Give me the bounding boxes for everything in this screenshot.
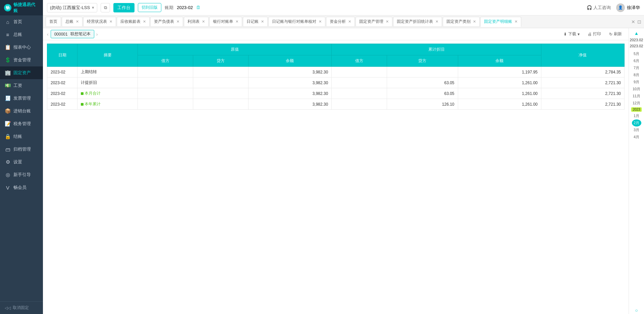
user-menu[interactable]: 👤 徐泽华 — [616, 3, 640, 12]
sidebar-item-salary[interactable]: 💵 工资 — [0, 79, 43, 92]
cell-summary: 计提折旧 — [77, 77, 138, 88]
col-orig-credit: 贷方 — [193, 55, 248, 67]
cell-orig-debit — [138, 88, 193, 99]
tab-label: 日记账 — [247, 19, 259, 24]
sidebar-item-capital[interactable]: 💲 资金管理 — [0, 54, 43, 66]
scroll-down-button[interactable]: ○ — [634, 307, 639, 314]
sidebar-item-ledger[interactable]: ≡ 总账 — [0, 28, 43, 41]
cell-dep-debit — [332, 77, 387, 88]
tab-close-icon[interactable]: ✕ — [348, 19, 351, 24]
cell-dep-debit — [332, 67, 387, 77]
month-4[interactable]: 4月 — [629, 134, 644, 141]
month-7[interactable]: 7月 — [629, 64, 644, 71]
next-arrow-icon[interactable]: › — [96, 32, 98, 37]
print-button[interactable]: 🖨 打印 — [585, 30, 604, 38]
tab-bank[interactable]: 银行对账单 ✕ — [209, 17, 242, 27]
month-11[interactable]: 11月 — [629, 93, 644, 100]
print-icon: 🖨 — [588, 32, 592, 37]
copy-icon: ⧉ — [104, 5, 107, 10]
cell-dep-debit — [332, 99, 387, 110]
maximize-icon[interactable]: ⊡ — [637, 19, 641, 24]
cell-net-value: 2,784.35 — [541, 67, 624, 77]
workbench-button[interactable]: 工作台 — [113, 3, 135, 12]
help-label: 人工咨询 — [593, 5, 611, 11]
month-3[interactable]: 3月 — [629, 126, 644, 134]
sidebar-item-tax[interactable]: 📝 税务管理 — [0, 117, 43, 130]
tab-journal-bank[interactable]: 日记账与银行对账单核对 ✕ — [268, 17, 325, 27]
tab-close-icon[interactable]: ✕ — [386, 19, 389, 24]
tab-ops[interactable]: 经营状况表 ✕ — [83, 17, 116, 27]
sidebar-item-fixed-assets[interactable]: 🏢 固定资产 — [0, 66, 43, 79]
year-label-2023-02-dup[interactable]: 2023.02 — [629, 43, 644, 49]
cell-orig-balance: 3,982.30 — [248, 67, 331, 77]
col-orig-value: 原值 — [138, 44, 332, 55]
calendar-icon[interactable]: 🗓 — [196, 5, 201, 10]
close-all-icon[interactable]: ✕ — [631, 19, 635, 24]
month-5[interactable]: 5月 — [629, 50, 644, 57]
asset-tag[interactable]: 000001 联想笔记本 — [51, 30, 94, 38]
tab-close-icon[interactable]: ✕ — [473, 19, 476, 24]
sidebar-item-label: 结账 — [13, 134, 22, 140]
period-label-text: 账期 — [165, 5, 173, 11]
cell-dep-balance: 1,261.00 — [458, 99, 541, 110]
year-label-2023-02-top[interactable]: 2023.02 — [629, 37, 644, 43]
prev-arrow-icon[interactable]: ‹ — [47, 32, 49, 37]
cell-orig-debit — [138, 99, 193, 110]
settings-icon: ⚙ — [5, 159, 11, 165]
tab-fixed-detail[interactable]: 固定资产明细账 ✕ — [480, 17, 521, 27]
refresh-button[interactable]: ↻ 刷新 — [606, 30, 625, 38]
scroll-up-button[interactable]: ▲ — [633, 30, 640, 37]
sidebar-item-purchase-sale[interactable]: 📦 进销台账 — [0, 105, 43, 117]
tab-label: 总账 — [65, 19, 73, 24]
download-button[interactable]: ⬇ 下载 ▾ — [561, 30, 582, 38]
switch-version-button[interactable]: 切到旧版 — [138, 3, 161, 12]
tab-fund-analysis[interactable]: 资金分析 ✕ — [326, 17, 355, 27]
month-2-active[interactable]: 2月 — [632, 119, 641, 126]
month-1[interactable]: 1月 — [629, 112, 644, 119]
tab-fixed-dep[interactable]: 固定资产折旧统计表 ✕ — [393, 17, 442, 27]
month-9[interactable]: 9月 — [629, 78, 644, 86]
tab-journal[interactable]: 日记账 ✕ — [243, 17, 268, 27]
tab-close-icon[interactable]: ✕ — [202, 19, 205, 24]
tab-fixed-mgmt[interactable]: 固定资产管理 ✕ — [356, 17, 392, 27]
sidebar-item-invoice[interactable]: 🧾 发票管理 — [0, 92, 43, 105]
tab-close-icon[interactable]: ✕ — [235, 19, 238, 24]
copy-button[interactable]: ⧉ — [101, 3, 110, 12]
tab-close-icon[interactable]: ✕ — [109, 19, 112, 24]
cell-orig-credit — [193, 99, 248, 110]
sidebar-item-guide[interactable]: ◎ 新手引导 — [0, 168, 43, 181]
month-12[interactable]: 12月 — [629, 100, 644, 107]
tab-ledger[interactable]: 总账 ✕ — [62, 17, 83, 27]
tab-close-icon[interactable]: ✕ — [76, 19, 79, 24]
tab-balance[interactable]: 资产负债表 ✕ — [150, 17, 183, 27]
sidebar-item-label: 新手引导 — [13, 172, 31, 178]
tab-fixed-cat[interactable]: 固定资产类别 ✕ — [443, 17, 480, 27]
tab-close-icon[interactable]: ✕ — [261, 19, 264, 24]
tab-home[interactable]: 首页 — [46, 17, 61, 27]
cancel-fixed-btn[interactable]: ◁◁ 取消固定 — [0, 301, 43, 314]
sidebar-item-label: 固定资产 — [13, 70, 31, 76]
sidebar-item-member[interactable]: V 畅会员 — [0, 181, 43, 194]
tab-receivable[interactable]: 应收账龄表 ✕ — [117, 17, 150, 27]
app-logo: 畅 畅捷通易代账 — [0, 0, 43, 15]
company-selector[interactable]: (勿动) 江西服宝-LSS ▾ — [47, 3, 97, 12]
sidebar-item-reports[interactable]: 📋 报表中心 — [0, 41, 43, 54]
sidebar-item-archive[interactable]: 🗃 归档管理 — [0, 143, 43, 156]
tab-close-icon[interactable]: ✕ — [143, 19, 146, 24]
tab-close-icon[interactable]: ✕ — [176, 19, 179, 24]
tab-close-icon[interactable]: ✕ — [515, 19, 518, 24]
sidebar-item-settings[interactable]: ⚙ 设置 — [0, 156, 43, 168]
sidebar-item-label: 进销台账 — [13, 108, 31, 114]
tab-close-icon[interactable]: ✕ — [319, 19, 322, 24]
col-orig-debit: 借方 — [138, 55, 193, 67]
month-10[interactable]: 10月 — [629, 86, 644, 93]
tab-close-icon[interactable]: ✕ — [435, 19, 438, 24]
invoice-icon: 🧾 — [5, 95, 11, 101]
month-6[interactable]: 6月 — [629, 57, 644, 64]
cell-summary: 本月合计 — [77, 88, 138, 99]
help-button[interactable]: 🎧 人工咨询 — [587, 5, 611, 11]
month-8[interactable]: 8月 — [629, 71, 644, 78]
tab-profit[interactable]: 利润表 ✕ — [184, 17, 209, 27]
sidebar-item-close[interactable]: 🔒 结账 — [0, 130, 43, 143]
sidebar-item-home[interactable]: ⌂ 首页 — [0, 15, 43, 28]
